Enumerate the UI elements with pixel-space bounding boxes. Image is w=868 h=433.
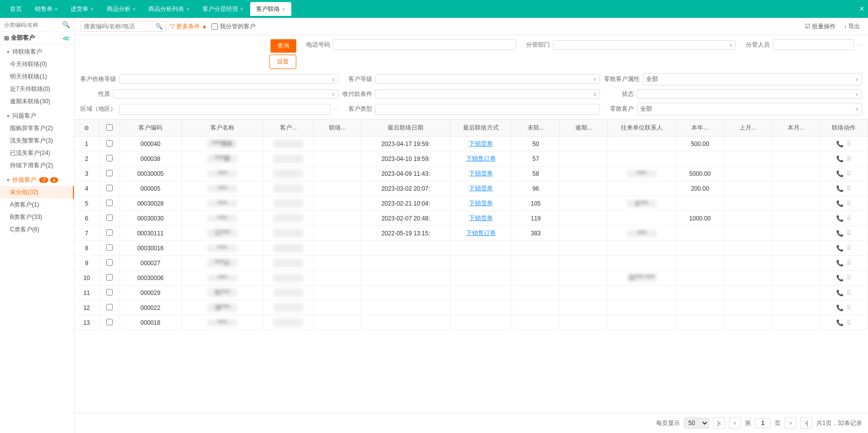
reset-btn[interactable]: 设置 <box>269 55 296 69</box>
tab-product-list[interactable]: 商品分析列表 × <box>142 2 195 16</box>
row-last-method[interactable] <box>450 300 512 315</box>
row-name[interactable]: **** <box>181 315 264 330</box>
row-check[interactable] <box>99 137 120 151</box>
more-action-icon[interactable]: ⠿ <box>847 289 851 296</box>
export-btn[interactable]: ↓ 导出 <box>842 21 862 32</box>
close-product-list-tab[interactable]: × <box>186 6 189 12</box>
more-action-icon[interactable]: ⠿ <box>847 170 851 177</box>
row-check[interactable] <box>99 211 120 226</box>
phone-action-icon[interactable]: 📞 <box>836 185 844 192</box>
phone-input[interactable] <box>333 39 516 50</box>
row-name[interactable]: ****亲价 <box>181 137 264 151</box>
sidebar-search-icon[interactable]: 🔍 <box>62 21 70 28</box>
row-name[interactable]: **** <box>181 166 264 181</box>
more-action-icon[interactable]: ⠿ <box>847 245 851 252</box>
main-search-input[interactable] <box>84 23 153 30</box>
payment-select[interactable]: ∨ <box>375 89 601 99</box>
tab-customer-tier[interactable]: 客户分层经营 × <box>197 2 249 16</box>
close-sales-tab[interactable]: × <box>55 6 58 12</box>
all-customers-btn[interactable]: ⊞ 全部客户 <box>4 34 35 42</box>
col-header-type[interactable]: 客户... <box>264 120 314 137</box>
customer-grade-select[interactable]: ∨ <box>375 74 601 84</box>
phone-action-icon[interactable]: 📞 <box>836 141 844 147</box>
row-check[interactable] <box>99 300 120 315</box>
dept-select[interactable]: ∨ <box>553 40 736 50</box>
more-action-icon[interactable]: ⠿ <box>847 155 851 162</box>
col-header-partner[interactable]: 往来单位联系人 <box>607 120 676 137</box>
col-header-this-year[interactable]: 本年... <box>676 120 724 137</box>
close-all-tabs[interactable]: × <box>860 4 864 13</box>
row-name[interactable]: 淡**** <box>181 300 264 315</box>
more-action-icon[interactable]: ⠿ <box>847 260 851 267</box>
row-name[interactable]: **** <box>181 181 264 196</box>
group-pending-contact-title[interactable]: ▼ 待联络客户 <box>0 46 74 58</box>
row-check[interactable] <box>99 256 120 271</box>
more-action-icon[interactable]: ⠿ <box>847 304 851 311</box>
page-number-input[interactable] <box>755 418 771 428</box>
row-check[interactable] <box>99 271 120 286</box>
tab-purchase[interactable]: 进货单 × <box>65 2 99 16</box>
more-action-icon[interactable]: ⠿ <box>847 200 851 207</box>
sidebar-item-today[interactable]: 今天待联络(0) <box>0 58 74 71</box>
row-last-method[interactable] <box>450 256 512 271</box>
phone-action-icon[interactable]: 📞 <box>836 215 844 222</box>
tab-customer-contact[interactable]: 客户联络 × <box>250 2 291 16</box>
row-last-method[interactable]: 下销售订单 <box>450 151 512 166</box>
phone-action-icon[interactable]: 📞 <box>836 319 844 326</box>
retail-attr-select[interactable]: 全部 ∨ <box>643 73 862 85</box>
row-last-method[interactable] <box>450 286 512 300</box>
sidebar-item-declining[interactable]: 持续下滑客户(2) <box>0 159 74 172</box>
row-last-method[interactable]: 下销售订单 <box>450 226 512 241</box>
sidebar-item-hoard[interactable]: 囤购异常客户(2) <box>0 122 74 135</box>
region-dots[interactable]: ··· <box>334 106 338 113</box>
col-header-overdue[interactable]: 逾期... <box>560 120 608 137</box>
region-input[interactable] <box>119 104 331 115</box>
nature-select[interactable]: ∨ <box>113 89 338 99</box>
col-header-last-month[interactable]: 上月... <box>724 120 772 137</box>
col-header-contact[interactable]: 联络... <box>313 120 361 137</box>
my-customers-filter[interactable]: 我分管的客户 <box>211 22 256 31</box>
row-name[interactable]: 扎**** <box>181 286 264 300</box>
sidebar-item-churn-warning[interactable]: 流失预警客户(3) <box>0 135 74 147</box>
more-action-icon[interactable]: ⠿ <box>847 319 851 326</box>
batch-operation-btn[interactable]: ☑ 批量操作 <box>803 21 838 32</box>
phone-action-icon[interactable]: 📞 <box>836 245 844 252</box>
row-last-method[interactable] <box>450 241 512 256</box>
row-check[interactable] <box>99 151 120 166</box>
col-header-last-date[interactable]: 最后联络日期 <box>361 120 450 137</box>
status-select[interactable]: ∨ <box>637 89 862 99</box>
row-check[interactable] <box>99 315 120 330</box>
row-name[interactable]: 江**** <box>181 226 264 241</box>
search-btn[interactable]: 查询 <box>270 39 296 53</box>
more-conditions-btn[interactable]: ▽ 更多条件 ▲ <box>170 22 207 31</box>
close-customer-contact-tab[interactable]: × <box>282 6 285 12</box>
home-tab[interactable]: 首页 <box>4 2 28 16</box>
prev-page-btn[interactable]: ‹ <box>729 417 741 429</box>
more-action-icon[interactable]: ⠿ <box>847 185 851 192</box>
row-last-method[interactable] <box>450 315 512 330</box>
sidebar-item-c-class[interactable]: C类客户(6) <box>0 223 74 236</box>
last-page-btn[interactable]: ›| <box>801 417 812 429</box>
col-header-last-method[interactable]: 最后联络方式 <box>450 120 512 137</box>
row-last-method[interactable]: 下销货单 <box>450 166 512 181</box>
row-last-method[interactable]: 下销货单 <box>450 137 512 151</box>
row-last-method[interactable]: 下销货单 <box>450 181 512 196</box>
more-action-icon[interactable]: ⠿ <box>847 230 851 237</box>
more-action-icon[interactable]: ⠿ <box>847 215 851 222</box>
my-customers-checkbox[interactable] <box>211 23 218 30</box>
phone-action-icon[interactable]: 📞 <box>836 289 844 296</box>
row-last-method[interactable] <box>450 271 512 286</box>
col-header-this-month[interactable]: 本月... <box>772 120 820 137</box>
sidebar-item-ungrouped[interactable]: 未分组(32) <box>0 186 74 199</box>
price-grade-select[interactable]: ∨ <box>119 74 338 84</box>
close-product-analysis-tab[interactable]: × <box>133 6 135 12</box>
tab-sales[interactable]: 销售单 × <box>29 2 64 16</box>
row-check[interactable] <box>99 286 120 300</box>
row-check[interactable] <box>99 241 120 256</box>
phone-action-icon[interactable]: 📞 <box>836 230 844 237</box>
more-action-icon[interactable]: ⠿ <box>847 275 851 282</box>
first-page-btn[interactable]: |‹ <box>713 417 725 429</box>
phone-action-icon[interactable]: 📞 <box>836 304 844 311</box>
close-customer-tier-tab[interactable]: × <box>240 6 243 12</box>
sidebar-search-input[interactable] <box>4 22 62 28</box>
